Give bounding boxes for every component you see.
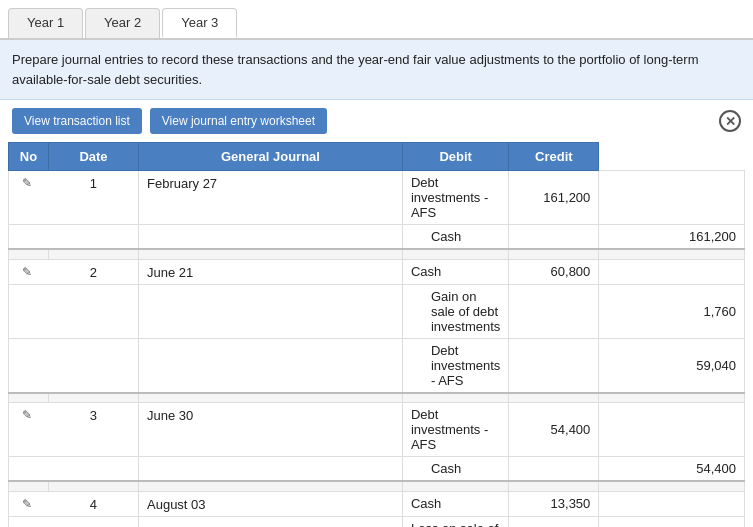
close-button[interactable]: ✕	[719, 110, 741, 132]
table-row: ✎1February 27Debt investments - AFS161,2…	[9, 171, 745, 225]
close-icon: ✕	[725, 114, 736, 129]
edit-icon[interactable]: ✎	[22, 497, 32, 511]
table-row: ✎4August 03Cash13,350	[9, 491, 745, 516]
no-cell	[49, 457, 139, 482]
edit-icon[interactable]: ✎	[22, 176, 32, 190]
desc-cell: Gain on sale of debt investments	[402, 284, 508, 338]
edit-cell	[9, 284, 49, 338]
credit-cell: 1,760	[599, 284, 745, 338]
tab-year1[interactable]: Year 1	[8, 8, 83, 38]
tab-bar: Year 1 Year 2 Year 3	[0, 0, 753, 40]
table-row: Gain on sale of debt investments1,760	[9, 284, 745, 338]
edit-cell	[9, 225, 49, 250]
debit-cell	[509, 225, 599, 250]
date-cell	[139, 338, 403, 393]
separator-row	[9, 393, 745, 403]
table-row: Debt investments - AFS59,040	[9, 338, 745, 393]
date-cell: June 30	[139, 403, 403, 457]
desc-cell: Cash	[402, 225, 508, 250]
instructions-text: Prepare journal entries to record these …	[0, 40, 753, 100]
table-row: Loss on sale of debt investments3,350	[9, 516, 745, 527]
col-header-debit: Debit	[402, 143, 508, 171]
toolbar: View transaction list View journal entry…	[0, 100, 753, 142]
date-cell	[139, 284, 403, 338]
table-row: Cash161,200	[9, 225, 745, 250]
col-header-no: No	[9, 143, 49, 171]
view-transaction-list-button[interactable]: View transaction list	[12, 108, 142, 134]
credit-cell: 161,200	[599, 225, 745, 250]
no-cell: 2	[49, 259, 139, 284]
no-cell	[49, 225, 139, 250]
date-cell: August 03	[139, 491, 403, 516]
credit-cell: 54,400	[599, 457, 745, 482]
desc-cell: Cash	[402, 259, 508, 284]
credit-cell	[599, 259, 745, 284]
separator-row	[9, 481, 745, 491]
edit-cell	[9, 457, 49, 482]
table-row: Cash54,400	[9, 457, 745, 482]
desc-cell: Loss on sale of debt investments	[402, 516, 508, 527]
edit-cell: ✎	[9, 403, 49, 457]
col-header-credit: Credit	[509, 143, 599, 171]
debit-cell: 60,800	[509, 259, 599, 284]
desc-cell: Debt investments - AFS	[402, 403, 508, 457]
tab-year2[interactable]: Year 2	[85, 8, 160, 38]
date-cell: June 21	[139, 259, 403, 284]
no-cell	[49, 338, 139, 393]
debit-cell: 161,200	[509, 171, 599, 225]
no-cell: 3	[49, 403, 139, 457]
col-header-date: Date	[49, 143, 139, 171]
edit-cell: ✎	[9, 259, 49, 284]
table-row: ✎2June 21Cash60,800	[9, 259, 745, 284]
date-cell: February 27	[139, 171, 403, 225]
desc-cell: Cash	[402, 457, 508, 482]
debit-cell: 54,400	[509, 403, 599, 457]
no-cell: 4	[49, 491, 139, 516]
debit-cell	[509, 338, 599, 393]
edit-cell	[9, 338, 49, 393]
edit-cell	[9, 516, 49, 527]
date-cell	[139, 516, 403, 527]
debit-cell	[509, 284, 599, 338]
debit-cell: 3,350	[509, 516, 599, 527]
credit-cell: 59,040	[599, 338, 745, 393]
view-journal-worksheet-button[interactable]: View journal entry worksheet	[150, 108, 327, 134]
credit-cell	[599, 171, 745, 225]
tabs-container: Year 1 Year 2 Year 3	[0, 0, 753, 40]
edit-cell: ✎	[9, 491, 49, 516]
col-header-general-journal: General Journal	[139, 143, 403, 171]
credit-cell	[599, 403, 745, 457]
no-cell	[49, 284, 139, 338]
separator-row	[9, 249, 745, 259]
debit-cell: 13,350	[509, 491, 599, 516]
credit-cell	[599, 516, 745, 527]
journal-table: No Date General Journal Debit Credit ✎1F…	[8, 142, 745, 527]
edit-icon[interactable]: ✎	[22, 408, 32, 422]
date-cell	[139, 225, 403, 250]
no-cell: 1	[49, 171, 139, 225]
date-cell	[139, 457, 403, 482]
tab-year3[interactable]: Year 3	[162, 8, 237, 38]
edit-cell: ✎	[9, 171, 49, 225]
desc-cell: Cash	[402, 491, 508, 516]
desc-cell: Debt investments - AFS	[402, 338, 508, 393]
edit-icon[interactable]: ✎	[22, 265, 32, 279]
no-cell	[49, 516, 139, 527]
journal-table-wrapper: No Date General Journal Debit Credit ✎1F…	[0, 142, 753, 527]
table-row: ✎3June 30Debt investments - AFS54,400	[9, 403, 745, 457]
desc-cell: Debt investments - AFS	[402, 171, 508, 225]
debit-cell	[509, 457, 599, 482]
credit-cell	[599, 491, 745, 516]
